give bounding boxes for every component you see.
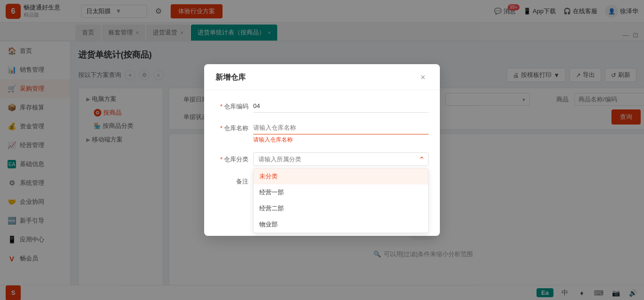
- form-item-name: 仓库名称 请输入仓库名称: [215, 121, 429, 144]
- name-error-tip: 请输入仓库名称: [253, 136, 429, 144]
- new-warehouse-modal: 新增仓库 × 仓库编码 仓库名称 请输入仓库名称: [204, 64, 440, 236]
- category-dropdown: 未分类 经营一部 经营二部 物业部: [253, 168, 429, 233]
- name-input[interactable]: [253, 121, 429, 134]
- form-item-category: 仓库分类 ⌃ 未分类 经营一部 经营二部 物业部: [215, 152, 429, 166]
- modal-header: 新增仓库 ×: [204, 64, 440, 90]
- dropdown-item-dept1[interactable]: 经营一部: [254, 184, 428, 200]
- modal-overlay: 新增仓库 × 仓库编码 仓库名称 请输入仓库名称: [0, 0, 644, 300]
- dropdown-item-uncategorized[interactable]: 未分类: [254, 168, 428, 184]
- category-input[interactable]: [253, 152, 429, 166]
- dropdown-item-dept2[interactable]: 经营二部: [254, 200, 428, 217]
- modal-title: 新增仓库: [215, 73, 246, 83]
- category-input-container: ⌃: [253, 152, 429, 166]
- name-input-wrapper: 请输入仓库名称: [253, 121, 429, 144]
- remark-label: 备注: [215, 175, 253, 186]
- name-label: 仓库名称: [215, 121, 253, 133]
- dropdown-item-property[interactable]: 物业部: [254, 217, 428, 233]
- category-input-wrapper: ⌃ 未分类 经营一部 经营二部 物业部: [253, 152, 429, 166]
- code-label: 仓库编码: [215, 100, 253, 111]
- code-input[interactable]: [253, 100, 429, 113]
- form-item-code: 仓库编码: [215, 100, 429, 113]
- modal-close-btn[interactable]: ×: [417, 72, 429, 83]
- category-toggle-icon[interactable]: ⌃: [419, 155, 425, 164]
- code-input-wrapper: [253, 100, 429, 113]
- category-label: 仓库分类: [215, 152, 253, 164]
- modal-body: 仓库编码 仓库名称 请输入仓库名称 仓库分类 ⌃: [204, 90, 440, 206]
